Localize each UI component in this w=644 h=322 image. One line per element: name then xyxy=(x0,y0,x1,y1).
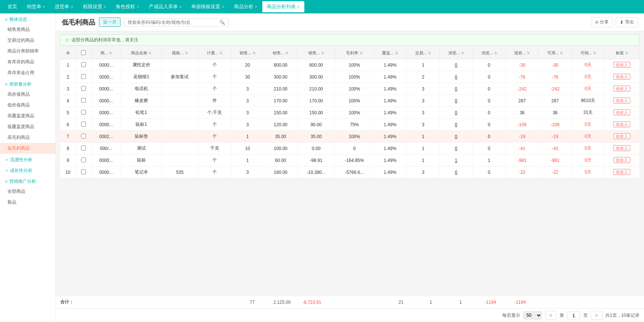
col-header-transaction[interactable]: 交易... ⇅ xyxy=(407,47,440,59)
col-header-spec[interactable]: 规格... ⇅ xyxy=(161,47,198,59)
sidebar-item-低价值商品[interactable]: 低价值商品 xyxy=(0,100,55,111)
sort-icon[interactable]: ⇅ xyxy=(428,51,431,55)
view-link[interactable]: 1 xyxy=(455,158,458,163)
sidebar-item-新品[interactable]: 新品 xyxy=(0,197,55,208)
close-tab-icon[interactable]: × xyxy=(255,4,257,9)
row-checkbox[interactable] xyxy=(81,74,86,79)
row-checkbox[interactable] xyxy=(81,86,86,91)
sort-icon[interactable]: ⇅ xyxy=(185,51,188,55)
sort-icon[interactable]: ⇅ xyxy=(560,51,563,55)
cell-view1[interactable]: 0 xyxy=(440,71,473,83)
sidebar-item-商品分类助销率[interactable]: 商品分类助销率 xyxy=(0,46,55,57)
row-checkbox[interactable] xyxy=(81,98,86,103)
nav-item-角色授权[interactable]: 角色授权× xyxy=(111,1,143,12)
col-header-sellable[interactable]: 可销... ⇅ xyxy=(571,47,605,59)
col-header-sale_qty[interactable]: 销售... ⇅ xyxy=(231,47,264,59)
cell-view1[interactable]: 0 xyxy=(440,119,473,131)
col-header-current_stock[interactable]: 现有... ⇅ xyxy=(506,47,539,59)
filter-recent-month[interactable]: 近一月 xyxy=(99,17,121,27)
close-tab-icon[interactable]: × xyxy=(297,4,299,9)
cell-view1[interactable]: 0 xyxy=(440,59,473,71)
sidebar-collapse-btn[interactable]: 《 xyxy=(55,163,56,172)
sidebar-item-销售类商品[interactable]: 销售类商品 xyxy=(0,24,55,35)
col-header-unit[interactable]: 计量... ⇅ xyxy=(198,47,231,59)
sidebar-item-高覆盖度商品[interactable]: 高覆盖度商品 xyxy=(0,111,55,121)
sidebar-item-低覆盖度商品[interactable]: 低覆盖度商品 xyxy=(0,121,55,132)
cell-view1[interactable]: 1 xyxy=(440,154,473,166)
sort-icon[interactable]: ⇅ xyxy=(593,51,596,55)
sort-icon[interactable]: ⇅ xyxy=(395,51,398,55)
per-page-select[interactable]: 50 20 100 xyxy=(523,311,542,319)
search-input[interactable] xyxy=(128,20,217,25)
view-link[interactable]: 0 xyxy=(455,122,458,127)
nav-item-产成品入库单[interactable]: 产成品入库单× xyxy=(144,1,186,12)
sidebar-group-0[interactable]: ∨ 整体信息 xyxy=(0,13,55,24)
search-icon[interactable]: 🔍 xyxy=(220,20,225,25)
row-checkbox[interactable] xyxy=(81,169,86,174)
nav-item-商品分析列表[interactable]: 商品分析列表× xyxy=(262,1,304,12)
sidebar-item-交易过的商品[interactable]: 交易过的商品 xyxy=(0,35,55,46)
col-header-name[interactable]: 商品名称 ⇅ xyxy=(121,47,161,59)
cell-view1[interactable]: 0 xyxy=(440,83,473,95)
sort-icon[interactable]: ⇅ xyxy=(220,51,222,55)
row-checkbox[interactable] xyxy=(81,122,86,127)
sort-icon[interactable]: ⇅ xyxy=(461,51,464,55)
nav-item-首页[interactable]: 首页 xyxy=(3,1,22,12)
sidebar-item-高毛利商品[interactable]: 高毛利商品 xyxy=(0,132,55,143)
nav-item-单据模板设置[interactable]: 单据模板设置× xyxy=(187,1,228,12)
sort-icon[interactable]: ⇅ xyxy=(253,51,256,55)
view-link[interactable]: 0 xyxy=(455,98,458,103)
close-tab-icon[interactable]: × xyxy=(71,4,73,9)
view-link[interactable]: 0 xyxy=(455,63,458,68)
close-tab-icon[interactable]: × xyxy=(104,4,106,9)
sidebar-group-2[interactable]: ＞ 流通性分析 xyxy=(0,154,55,165)
nav-item-权限设置[interactable]: 权限设置× xyxy=(79,1,110,12)
row-checkbox[interactable] xyxy=(81,110,86,115)
col-header-sale_price[interactable]: 销售... ⇅ xyxy=(264,47,297,59)
col-header-tag[interactable]: 标签 ⇅ xyxy=(605,47,639,59)
col-header-coverage[interactable]: 覆盖... ⇅ xyxy=(374,47,407,59)
nav-item-商品分析[interactable]: 商品分析× xyxy=(230,1,262,12)
cell-view1[interactable]: 0 xyxy=(440,131,473,143)
sort-icon[interactable]: ⇅ xyxy=(321,51,324,55)
view-link[interactable]: 0 xyxy=(455,86,458,92)
view-link[interactable]: 0 xyxy=(455,170,458,175)
sidebar-group-3[interactable]: ＞ 成长性分析 xyxy=(0,165,55,175)
col-header-available_stock[interactable]: 可用... ⇅ xyxy=(539,47,572,59)
export-button[interactable]: ⬇ 导出 xyxy=(616,17,638,27)
close-tab-icon[interactable]: × xyxy=(222,4,224,9)
sidebar-item-有库存的商品[interactable]: 有库存的商品 xyxy=(0,57,55,67)
view-link[interactable]: 0 xyxy=(455,74,458,80)
select-all-checkbox[interactable] xyxy=(81,50,86,55)
row-checkbox[interactable] xyxy=(81,157,86,162)
view-link[interactable]: 0 xyxy=(455,110,458,115)
nav-item-销货单[interactable]: 销货单× xyxy=(22,1,49,12)
row-checkbox[interactable] xyxy=(81,146,86,150)
sidebar-group-4[interactable]: ∨ 营销推广分析 xyxy=(0,175,55,186)
sort-icon[interactable]: ⇅ xyxy=(285,51,288,55)
close-tab-icon[interactable]: × xyxy=(43,4,45,9)
row-checkbox[interactable] xyxy=(81,62,86,67)
prev-page-btn[interactable]: ＜ xyxy=(545,311,557,320)
cell-view1[interactable]: 0 xyxy=(440,95,473,107)
sort-icon[interactable]: ⇅ xyxy=(527,51,530,55)
view-link[interactable]: 0 xyxy=(455,134,458,139)
col-header-view2[interactable]: 浏览... ⇅ xyxy=(472,47,506,59)
sidebar-item-库存资金占用[interactable]: 库存资金占用 xyxy=(0,67,55,78)
col-header-gross_margin[interactable]: 毛利率 ⇅ xyxy=(335,47,374,59)
sort-icon[interactable]: ⇅ xyxy=(494,51,497,55)
close-tab-icon[interactable]: × xyxy=(137,4,139,9)
cell-view1[interactable]: 0 xyxy=(440,107,473,119)
col-header-view1[interactable]: 浏览... ⇅ xyxy=(440,47,473,59)
col-header-checkbox[interactable] xyxy=(76,47,92,59)
sidebar-item-高价值商品[interactable]: 高价值商品 xyxy=(0,89,55,100)
sort-icon[interactable]: ⇅ xyxy=(625,51,628,55)
cell-view1[interactable]: 0 xyxy=(440,166,473,178)
sidebar-item-全部商品[interactable]: 全部商品 xyxy=(0,186,55,197)
sidebar-group-1[interactable]: ∨ 类群量分析 xyxy=(0,78,55,89)
sort-icon[interactable]: ⇅ xyxy=(148,51,151,55)
next-page-btn[interactable]: ＞ xyxy=(591,311,602,320)
view-link[interactable]: 0 xyxy=(455,146,458,151)
row-checkbox[interactable] xyxy=(81,134,86,138)
col-header-sale_amount[interactable]: 销售... ⇅ xyxy=(297,47,335,59)
